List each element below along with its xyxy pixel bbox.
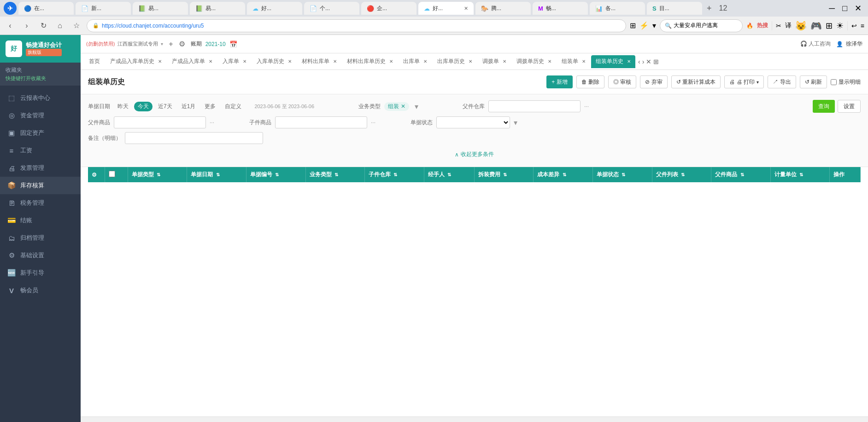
browser-tab-8[interactable]: ☁ 好... ✕ — [418, 2, 474, 15]
sort-doc-no-icon[interactable]: ⇅ — [275, 172, 279, 177]
page-tab-assembly-history[interactable]: 调拨单历史 ✕ — [512, 55, 556, 68]
user-info[interactable]: 👤 徐泽华 — [836, 40, 862, 48]
emoji-icon[interactable]: 😺 — [795, 20, 807, 31]
parent-goods-more-icon[interactable]: ··· — [210, 119, 214, 126]
cut-icon[interactable]: ✂ — [776, 22, 781, 29]
page-tab-material-out[interactable]: 材料出库单 ✕ — [297, 55, 341, 68]
bookmark-button[interactable]: ☆ — [70, 19, 83, 32]
browser-tab-9[interactable]: 🐎 腾... — [475, 2, 531, 15]
sort-doc-status-icon[interactable]: ⇅ — [622, 172, 625, 177]
biz-type-dropdown-icon[interactable]: ▾ — [415, 102, 418, 111]
menu-icon[interactable]: ≡ — [861, 22, 864, 29]
display-detail-checkbox[interactable] — [831, 79, 837, 85]
lightning-icon[interactable]: ⚡ — [639, 21, 649, 30]
browser-tab-11[interactable]: 📊 各... — [590, 2, 645, 15]
page-tab-in-order[interactable]: 入库单 ✕ — [218, 55, 251, 68]
sidebar-item-settings[interactable]: ⚙ 基础设置 — [0, 247, 81, 264]
sort-doc-type-icon[interactable]: ⇅ — [157, 172, 160, 177]
company-settings-icon[interactable]: ⚙ — [179, 40, 185, 48]
delete-button[interactable]: 🗑 删除 — [576, 75, 604, 88]
refresh-button[interactable]: ↺ 刷新 — [800, 75, 827, 88]
material-out-close[interactable]: ✕ — [333, 59, 337, 64]
sidebar-item-salary[interactable]: ≡ 工资 — [0, 142, 81, 159]
page-tab-out-history[interactable]: 出库单历史 ✕ — [433, 55, 477, 68]
assembly-close[interactable]: ✕ — [503, 59, 506, 64]
grid-icon[interactable]: ⊞ — [826, 21, 833, 31]
in-order-close[interactable]: ✕ — [243, 59, 246, 64]
sort-parent-goods-icon[interactable]: ⇅ — [740, 172, 744, 177]
production-in-history-close[interactable]: ✕ — [158, 59, 162, 64]
add-button[interactable]: + 新增 — [546, 75, 572, 88]
doc-status-dropdown-icon[interactable]: ▾ — [514, 118, 517, 127]
tab8-close-icon[interactable]: ✕ — [464, 6, 468, 12]
th-checkbox[interactable] — [105, 167, 128, 182]
page-tab-home[interactable]: 首页 — [84, 55, 105, 68]
1month-btn[interactable]: 近1月 — [178, 102, 199, 111]
sort-cost-diff-icon[interactable]: ⇅ — [563, 172, 566, 177]
assembly-history-close[interactable]: ✕ — [548, 59, 551, 64]
page-tab-kit[interactable]: 组装单 ✕ — [557, 55, 590, 68]
sort-child-warehouse-icon[interactable]: ⇅ — [393, 172, 397, 177]
favorites-subtitle[interactable]: 快捷键打开收藏夹 — [6, 75, 75, 82]
yesterday-btn[interactable]: 昨天 — [114, 102, 132, 111]
sidebar-item-archive[interactable]: 🗂 归档管理 — [0, 229, 81, 247]
browser-tab-10[interactable]: M 畅... — [533, 2, 588, 15]
sort-doc-date-icon[interactable]: ⇅ — [216, 172, 220, 177]
in-history-close[interactable]: ✕ — [288, 59, 292, 64]
company-selector[interactable]: (勿删勿禁用) 江西服宝测试专用 ▾ — [86, 40, 163, 47]
service-button[interactable]: 🎧 人工咨询 — [800, 40, 831, 48]
sort-biz-type-icon[interactable]: ⇅ — [334, 172, 338, 177]
sort-parent-list-icon[interactable]: ⇅ — [681, 172, 685, 177]
sort-handler-icon[interactable]: ⇅ — [447, 172, 451, 177]
sidebar-item-guide[interactable]: 🆕 新手引导 — [0, 264, 81, 282]
page-tab-production-in[interactable]: 产成品入库单 ✕ — [167, 55, 217, 68]
7days-btn[interactable]: 近7天 — [154, 102, 176, 111]
sidebar-item-tax[interactable]: 🖹 税务管理 — [0, 194, 81, 212]
recalc-button[interactable]: ↺ 重新计算成本 — [671, 75, 721, 88]
sort-disassemble-fee-icon[interactable]: ⇅ — [503, 172, 507, 177]
display-detail-label[interactable]: 显示明细 — [831, 78, 861, 86]
maximize-button[interactable]: □ — [839, 4, 850, 13]
sidebar-item-report[interactable]: ⬚ 云报表中心 — [0, 89, 81, 107]
query-button[interactable]: 查询 — [813, 100, 835, 113]
browser-tab-6[interactable]: 📄 个... — [304, 2, 359, 15]
tab-prev-icon[interactable]: ‹ — [638, 58, 640, 65]
doc-status-select[interactable] — [436, 116, 510, 128]
page-tab-material-out-history[interactable]: 材料出库单历史 ✕ — [342, 55, 398, 68]
game-icon[interactable]: 🎮 — [810, 20, 822, 31]
out-order-close[interactable]: ✕ — [423, 59, 427, 64]
settings-button[interactable]: 设置 — [838, 100, 861, 113]
table-settings-icon[interactable]: ⚙ — [92, 172, 97, 178]
browser-tab-3[interactable]: 📗 易... — [133, 2, 188, 15]
sidebar-item-inventory[interactable]: 📦 库存核算 — [0, 177, 81, 194]
kit-close[interactable]: ✕ — [582, 59, 586, 64]
sidebar-item-member[interactable]: V 畅会员 — [0, 282, 81, 299]
add-company-icon[interactable]: + — [169, 40, 173, 48]
browser-tab-12[interactable]: S 目... — [647, 2, 702, 15]
parent-warehouse-more-icon[interactable]: ··· — [584, 103, 589, 110]
sun-icon[interactable]: ☀ — [836, 21, 844, 31]
page-tab-out-order[interactable]: 出库单 ✕ — [399, 55, 432, 68]
minimize-button[interactable]: ─ — [826, 4, 838, 13]
production-in-close[interactable]: ✕ — [209, 59, 212, 64]
translate-icon[interactable]: 译 — [785, 22, 792, 30]
sort-unit-icon[interactable]: ⇅ — [799, 172, 803, 177]
forward-button[interactable]: › — [20, 19, 33, 32]
undo-icon[interactable]: ↩ — [851, 22, 857, 29]
child-goods-more-icon[interactable]: ··· — [371, 119, 375, 126]
kit-history-close[interactable]: ✕ — [627, 59, 631, 64]
sidebar-item-settle[interactable]: 💳 结账 — [0, 212, 81, 229]
dropdown-icon[interactable]: ▾ — [652, 21, 656, 30]
home-button[interactable]: ⌂ — [53, 19, 66, 32]
parent-warehouse-input[interactable] — [488, 100, 581, 112]
browser-tab-5[interactable]: ☁ 好... — [247, 2, 302, 15]
browser-tab-1[interactable]: 🔵 在... — [18, 2, 74, 15]
back-button[interactable]: ‹ — [4, 19, 17, 32]
tab-next-icon[interactable]: › — [642, 58, 645, 65]
more-btn[interactable]: 更多 — [201, 102, 219, 111]
discard-button[interactable]: ⊘ 弃审 — [640, 75, 667, 88]
select-all-checkbox[interactable] — [109, 171, 115, 177]
period-selector[interactable]: 账期 2021-10 📅 — [191, 40, 237, 48]
sidebar-item-asset[interactable]: ▣ 固定资产 — [0, 124, 81, 142]
parent-goods-input[interactable] — [114, 116, 206, 128]
